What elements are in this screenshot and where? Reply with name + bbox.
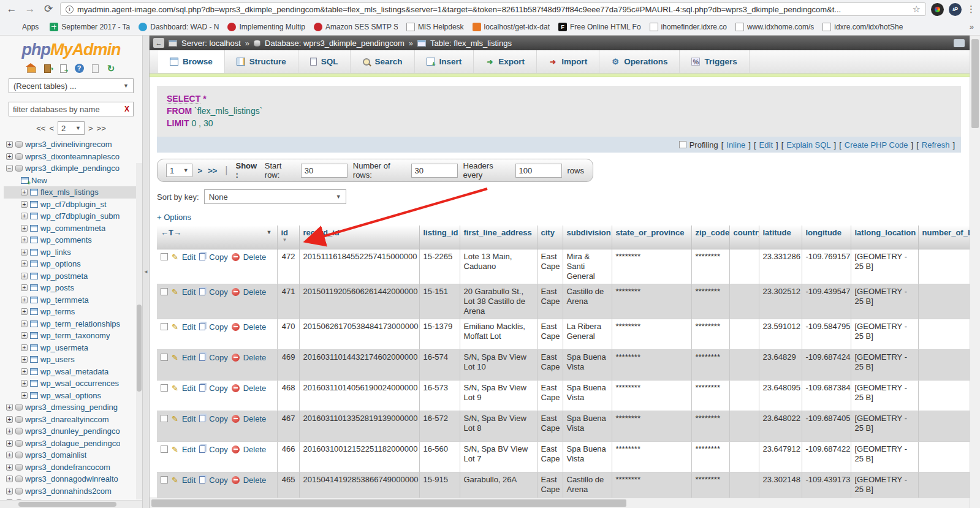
profiling-checkbox[interactable] (679, 141, 686, 148)
bookmark-item[interactable]: MIS Helpdesk (402, 21, 468, 33)
copy-icon[interactable] (199, 384, 205, 392)
edit-pencil-icon[interactable]: ✎ (172, 384, 178, 393)
sidebar-table-wp_usermeta[interactable]: +wp_usermeta (4, 342, 142, 354)
breadcrumb-back-icon[interactable]: ← (153, 38, 164, 48)
back-icon[interactable]: ← (5, 3, 18, 15)
sql-select-keyword[interactable]: SELECT (167, 94, 200, 104)
sidebar-table-wp_wsal_options[interactable]: +wp_wsal_options (4, 390, 142, 402)
bookmark-item[interactable]: ihomefinder.idxre.co (645, 21, 731, 33)
expand-icon[interactable]: + (21, 225, 28, 232)
column-header-latlong_location[interactable]: latlong_location (851, 226, 918, 249)
sidebar-table-wp_wsal_metadata[interactable]: +wp_wsal_metadata (4, 366, 142, 378)
delete-link[interactable]: Delete (243, 353, 267, 363)
copy-link[interactable]: Copy (209, 445, 227, 455)
expand-icon[interactable]: + (21, 260, 28, 267)
page-info-icon[interactable]: i (66, 6, 74, 13)
copy-link[interactable]: Copy (209, 353, 227, 363)
delete-icon[interactable] (232, 354, 240, 362)
delete-icon[interactable] (232, 323, 240, 331)
home-icon[interactable] (26, 63, 37, 74)
tab-import[interactable]: ➜Import (537, 50, 599, 73)
column-header-state_or_province[interactable]: state_or_province (612, 226, 691, 249)
help-icon[interactable]: ? (74, 63, 85, 74)
sidebar-table-wp_wsal_occurrences[interactable]: +wp_wsal_occurrences (4, 377, 142, 390)
copy-icon[interactable] (199, 476, 205, 483)
copy-link[interactable]: Copy (209, 384, 227, 393)
edit-pencil-icon[interactable]: ✎ (172, 445, 178, 455)
main-horizontal-scrollbar[interactable] (150, 498, 970, 508)
row-checkbox[interactable] (161, 476, 168, 483)
sidebar-table-wp_termmeta[interactable]: +wp_termmeta (4, 294, 142, 306)
delete-link[interactable]: Delete (243, 287, 267, 297)
bookmark-item[interactable]: idxre.com/idx/hotShe (818, 21, 907, 33)
pager-page-select[interactable]: 2▼ (58, 121, 85, 135)
expand-icon[interactable]: + (21, 356, 28, 363)
docs-icon[interactable] (90, 63, 101, 74)
filter-databases-input[interactable] (13, 105, 124, 114)
edit-pencil-icon[interactable]: ✎ (172, 322, 178, 332)
column-header-first_line_address[interactable]: first_line_address (460, 226, 537, 249)
options-caret-icon[interactable]: ▼ (267, 229, 272, 235)
sidebar-resize-handle[interactable]: ◄ (142, 36, 150, 508)
sidebar-table-wp_term_relationships[interactable]: +wp_term_relationships (4, 318, 142, 330)
edit-pencil-icon[interactable]: ✎ (172, 287, 178, 297)
sidebar-db-wprs3_dixonteamnaplesco[interactable]: +wprs3_dixonteamnaplesco (4, 151, 142, 163)
column-header-zip_code[interactable]: zip_code (691, 226, 729, 249)
delete-link[interactable]: Delete (243, 322, 267, 332)
forward-icon[interactable]: → (23, 3, 37, 15)
expand-icon[interactable]: + (6, 404, 13, 411)
delete-icon[interactable] (232, 253, 240, 261)
sidebar-db-wprs3_dnarealtyinccom[interactable]: +wprs3_dnarealtyinccom (4, 414, 142, 426)
edit-pencil-icon[interactable]: ✎ (172, 476, 178, 485)
sidebar-table-wp_term_taxonomy[interactable]: +wp_term_taxonomy (4, 330, 142, 342)
sidebar-db-wprs3_dolague_pendingco[interactable]: +wprs3_dolague_pendingco (4, 438, 142, 450)
delete-link[interactable]: Delete (243, 414, 267, 424)
page-select[interactable]: 1▼ (166, 164, 192, 177)
row-checkbox[interactable] (161, 415, 168, 422)
delete-icon[interactable] (232, 415, 240, 423)
edit-link[interactable]: Edit (182, 445, 196, 455)
filter-databases-field[interactable]: X (9, 102, 134, 116)
sidebar-table-wp_links[interactable]: +wp_links (4, 246, 142, 259)
copy-link[interactable]: Copy (209, 287, 227, 297)
sidebar-db-wprs3_divinelivingrecom[interactable]: +wprs3_divinelivingrecom (4, 138, 142, 151)
sidebar-db-wprs3_dmessing_pending[interactable]: +wprs3_dmessing_pending (4, 401, 142, 414)
sidebar-table-wp_cf7dbplugin_st[interactable]: +wp_cf7dbplugin_st (4, 199, 142, 211)
pager-last[interactable]: >> (97, 124, 106, 133)
tab-operations[interactable]: ⚙Operations (599, 50, 680, 73)
expand-icon[interactable]: + (6, 488, 13, 495)
column-header-record_id[interactable]: record_id (299, 226, 419, 249)
profiling-link-edit[interactable]: Edit (759, 140, 773, 150)
sidebar-horizontal-scrollbar[interactable] (0, 500, 142, 508)
expand-icon[interactable]: + (6, 440, 13, 447)
sort-by-key-select[interactable]: None▼ (204, 189, 346, 204)
bookmark-item[interactable]: Implementing Multip (223, 21, 309, 33)
column-header-latitude[interactable]: latitude (759, 226, 802, 249)
copy-icon[interactable] (199, 415, 205, 422)
copy-link[interactable]: Copy (209, 414, 227, 424)
copy-icon[interactable] (199, 354, 205, 361)
edit-pencil-icon[interactable]: ✎ (172, 353, 178, 363)
expand-icon[interactable]: + (21, 249, 28, 256)
url-bar[interactable]: i myadmin.agent-image.com/sql.php?db=wpr… (60, 2, 926, 16)
row-checkbox[interactable] (161, 253, 168, 260)
copy-icon[interactable] (199, 445, 205, 453)
breadcrumb-database[interactable]: wprs3_dkimple_pendingcom (303, 39, 405, 48)
pager-first[interactable]: << (36, 124, 45, 133)
expand-icon[interactable]: + (6, 416, 13, 423)
row-checkbox[interactable] (161, 354, 168, 361)
copy-link[interactable]: Copy (209, 252, 227, 262)
tab-triggers[interactable]: %Triggers (680, 50, 749, 73)
expand-icon[interactable]: + (21, 273, 28, 279)
row-checkbox[interactable] (161, 323, 168, 330)
edit-link[interactable]: Edit (182, 476, 196, 485)
expand-icon[interactable]: + (21, 344, 28, 351)
column-header-subdivision[interactable]: subdivision (563, 226, 612, 249)
breadcrumb-server[interactable]: localhost (210, 39, 241, 48)
recent-tables-select[interactable]: (Recent tables) ...▼ (9, 78, 134, 93)
expand-icon[interactable]: + (21, 284, 28, 291)
sidebar-vertical-scrollbar[interactable] (136, 163, 142, 499)
delete-link[interactable]: Delete (243, 384, 267, 393)
bookmark-item[interactable]: Amazon SES SMTP Se (310, 21, 402, 33)
sidebar-table-wp_cf7dbplugin_subm[interactable]: +wp_cf7dbplugin_subm (4, 210, 142, 222)
